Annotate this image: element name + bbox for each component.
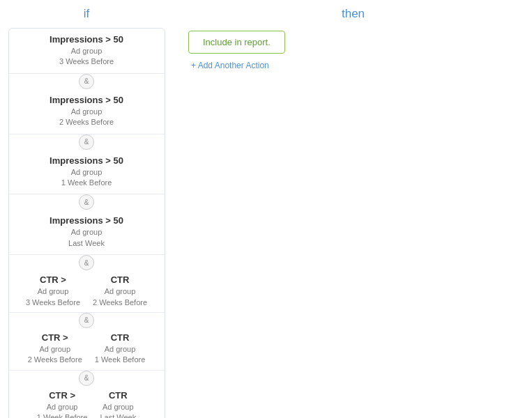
cond6-right: CTR Ad group1 Week Before (95, 332, 146, 366)
condition-impressions-3-weeks[interactable]: Impressions > 50 Ad group3 Weeks Before (9, 29, 165, 74)
cond6-right-title: CTR (111, 332, 130, 343)
cond1-title: Impressions > 50 (16, 34, 158, 45)
cond7-right-title: CTR (109, 390, 128, 401)
ampersand-2-row: & (9, 134, 165, 150)
then-title: then (188, 7, 518, 21)
cond5-left-title: CTR > (40, 274, 66, 285)
ampersand-3-row: & (9, 194, 165, 210)
ampersand-4-row: & (9, 255, 165, 270)
condition-impressions-1-week[interactable]: Impressions > 50 Ad group1 Week Before (9, 150, 165, 195)
ampersand-1: & (79, 74, 94, 89)
cond5-right-sub: Ad group2 Weeks Before (93, 286, 147, 308)
cond5-left-sub: Ad group3 Weeks Before (26, 286, 80, 308)
main-layout: if Impressions > 50 Ad group3 Weeks Befo… (0, 0, 532, 418)
condition-ctr-3w-2w[interactable]: CTR > Ad group3 Weeks Before CTR Ad grou… (9, 270, 165, 313)
cond4-sub: Ad groupLast Week (16, 227, 158, 249)
right-panel: then Include in report. + Add Another Ac… (174, 0, 532, 418)
condition-impressions-2-weeks[interactable]: Impressions > 50 Ad group2 Weeks Before (9, 89, 165, 134)
cond1-sub: Ad group3 Weeks Before (16, 46, 158, 68)
include-report-button[interactable]: Include in report. (188, 31, 285, 54)
cond5-right: CTR Ad group2 Weeks Before (93, 274, 147, 308)
cond3-sub: Ad group1 Week Before (16, 167, 158, 189)
cond7-left: CTR > Ad group1 Week Before (37, 390, 88, 418)
cond5-left: CTR > Ad group3 Weeks Before (26, 274, 80, 308)
ampersand-6-row: & (9, 371, 165, 386)
ampersand-5: & (79, 313, 94, 328)
ampersand-3: & (79, 194, 94, 210)
cond6-left-sub: Ad group2 Weeks Before (28, 344, 82, 366)
condition-impressions-last-week[interactable]: Impressions > 50 Ad groupLast Week (9, 210, 165, 255)
ampersand-6: & (79, 371, 94, 386)
cond7-right-sub: Ad groupLast Week (100, 402, 136, 418)
add-action-link[interactable]: + Add Another Action (191, 61, 269, 70)
condition-ctr-1w-lw[interactable]: CTR > Ad group1 Week Before CTR Ad group… (9, 386, 165, 418)
if-title: if (7, 7, 166, 21)
cond6-left: CTR > Ad group2 Weeks Before (28, 332, 82, 366)
cond7-left-sub: Ad group1 Week Before (37, 402, 88, 418)
ampersand-1-row: & (9, 74, 165, 89)
cond5-right-title: CTR (111, 274, 130, 285)
cond7-left-title: CTR > (49, 390, 75, 401)
cond3-title: Impressions > 50 (16, 155, 158, 166)
condition-ctr-2w-1w[interactable]: CTR > Ad group2 Weeks Before CTR Ad grou… (9, 328, 165, 371)
ampersand-2: & (79, 134, 94, 150)
cond7-right: CTR Ad groupLast Week (100, 390, 136, 418)
cond6-right-sub: Ad group1 Week Before (95, 344, 146, 366)
cond2-sub: Ad group2 Weeks Before (16, 107, 158, 128)
cond6-left-title: CTR > (42, 332, 68, 343)
right-actions: Include in report. + Add Another Action (188, 31, 518, 70)
conditions-container: Impressions > 50 Ad group3 Weeks Before … (8, 28, 165, 418)
ampersand-5-row: & (9, 313, 165, 328)
ampersand-4: & (79, 255, 94, 270)
cond4-title: Impressions > 50 (16, 215, 158, 226)
cond2-title: Impressions > 50 (16, 95, 158, 105)
left-panel: if Impressions > 50 Ad group3 Weeks Befo… (0, 0, 174, 418)
